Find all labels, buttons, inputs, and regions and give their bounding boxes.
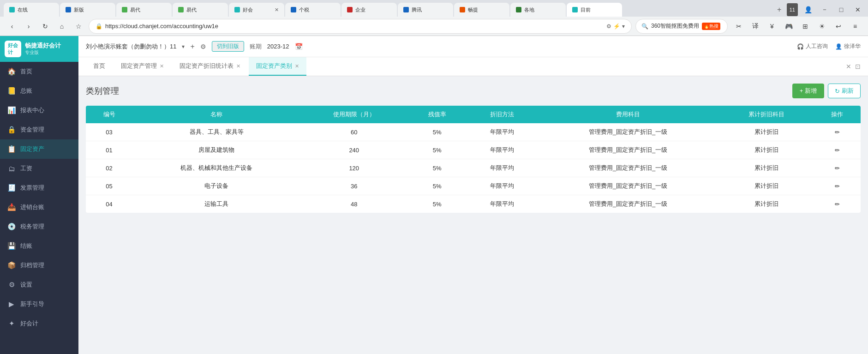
- tab-favicon-t11: [572, 7, 578, 12]
- brightness-button[interactable]: ☀: [814, 19, 829, 34]
- sub-tab-close-3[interactable]: ✕: [295, 63, 299, 69]
- dropdown-arrow[interactable]: ▾: [182, 43, 185, 50]
- sidebar-item-purchase-sale[interactable]: 📥 进销台账: [0, 198, 78, 217]
- sub-tab-1[interactable]: 固定资产管理 ✕: [114, 57, 171, 76]
- browser-tab-t11[interactable]: 目前: [567, 3, 622, 17]
- sidebar-item-settings[interactable]: ⚙ 设置: [0, 275, 78, 294]
- url-bar[interactable]: 🔒 https://cloud.chanjet.com/accounting/u…: [89, 19, 632, 34]
- sidebar-icon-archive: 📦: [7, 261, 16, 270]
- bookmark-button[interactable]: ☆: [72, 20, 85, 33]
- sidebar-item-tax[interactable]: 💿 税务管理: [0, 217, 78, 236]
- page-title: 类别管理: [86, 85, 119, 96]
- table-header-7: 操作: [814, 106, 861, 123]
- cell-residual-4: 5%: [407, 195, 466, 213]
- reload-button[interactable]: ↻: [39, 20, 52, 33]
- bookmark-star-icon[interactable]: ⚡: [613, 23, 620, 30]
- browser-tab-t8[interactable]: 腾讯: [398, 3, 453, 17]
- refresh-icon: ↻: [835, 88, 840, 95]
- sidebar-item-invoice[interactable]: 🧾 发票管理: [0, 178, 78, 198]
- browser-tab-t3[interactable]: 易代: [116, 3, 172, 17]
- table-header-0: 编号: [86, 106, 132, 123]
- cell-period-0: 60: [300, 123, 408, 141]
- profile-icon[interactable]: 👤: [802, 3, 814, 16]
- sidebar-item-funds[interactable]: 🔒 资金管理: [0, 120, 78, 139]
- games-button[interactable]: 🎮: [781, 19, 796, 34]
- undo-button[interactable]: ↩: [831, 19, 846, 34]
- new-tab-button[interactable]: +: [773, 3, 786, 16]
- browser-tab-t5[interactable]: 好会 ✕: [229, 3, 284, 17]
- cell-code-1: 01: [86, 141, 132, 159]
- sub-tab-close-1[interactable]: ✕: [160, 63, 164, 69]
- add-account-set[interactable]: +: [190, 42, 194, 51]
- table-row: 04运输工具485%年限平均管理费用_固定资产折旧_一级累计折旧✏: [86, 195, 861, 213]
- to-old-version-button[interactable]: 切到旧版: [212, 41, 244, 52]
- settings-gear-icon[interactable]: ⚙: [200, 43, 206, 50]
- browser-tab-t1[interactable]: 在线: [4, 3, 59, 17]
- tab-bar: 在线 新版 易代 易代 好会 ✕ 个税 企业 腾讯 畅提 各地: [0, 0, 868, 17]
- cell-action-3[interactable]: ✏: [814, 177, 861, 195]
- menu-button[interactable]: ≡: [848, 19, 862, 34]
- sidebar-label-invoice: 发票管理: [20, 184, 44, 192]
- browser-tab-t10[interactable]: 各地: [510, 3, 566, 17]
- sidebar-item-home[interactable]: 🏠 首页: [0, 62, 78, 81]
- search-text: 360智能抠图免费用: [651, 22, 699, 30]
- calendar-icon[interactable]: 📅: [295, 43, 303, 50]
- sidebar-icon-funds: 🔒: [7, 126, 16, 134]
- cell-residual-1: 5%: [407, 141, 466, 159]
- sub-tab-close-2[interactable]: ✕: [236, 63, 240, 69]
- logo-text-block: 畅捷通好会计 专业版: [25, 42, 61, 56]
- tab-close-t5[interactable]: ✕: [275, 7, 279, 13]
- refresh-button[interactable]: ↻ 刷新: [828, 84, 861, 98]
- cell-method-0: 年限平均: [467, 123, 538, 141]
- browser-tab-t9[interactable]: 畅提: [454, 3, 509, 17]
- sidebar-item-archive[interactable]: 📦 归档管理: [0, 256, 78, 275]
- sidebar-item-guide[interactable]: ▶ 新手引导: [0, 294, 78, 314]
- user-avatar[interactable]: 👤 徐泽华: [835, 42, 861, 50]
- table-head: 编号名称使用期限（月）残值率折旧方法费用科目累计折旧科目操作: [86, 106, 861, 123]
- restore-tab-icon[interactable]: ⊡: [855, 63, 861, 70]
- sub-tab-0[interactable]: 首页: [86, 57, 113, 76]
- dropdown-icon[interactable]: ▾: [622, 23, 625, 30]
- tab-count-badge[interactable]: 11: [787, 3, 798, 16]
- wallet-button[interactable]: ¥: [765, 19, 779, 34]
- site-settings-icon[interactable]: ⚙: [606, 23, 611, 30]
- url-text: https://cloud.chanjet.com/accounting/uw1…: [105, 23, 604, 30]
- browser-tab-t4[interactable]: 易代: [173, 3, 228, 17]
- forward-button[interactable]: ›: [22, 20, 35, 33]
- table-header-3: 残值率: [407, 106, 466, 123]
- scissors-button[interactable]: ✂: [731, 19, 746, 34]
- browser-tab-t2[interactable]: 新版: [60, 3, 115, 17]
- translate-button[interactable]: 译: [748, 19, 763, 34]
- maximize-button[interactable]: □: [835, 3, 848, 16]
- browser-tab-t6[interactable]: 个税: [285, 3, 341, 17]
- cell-period-4: 48: [300, 195, 408, 213]
- sidebar-item-more[interactable]: ✦ 好会计: [0, 314, 78, 333]
- close-window-button[interactable]: ✕: [851, 3, 864, 16]
- grid-button[interactable]: ⊞: [798, 19, 813, 34]
- sidebar-item-report[interactable]: 📊 报表中心: [0, 101, 78, 120]
- sidebar-item-fixed-assets[interactable]: 📋 固定资产: [0, 139, 78, 159]
- cell-method-1: 年限平均: [467, 141, 538, 159]
- cell-action-1[interactable]: ✏: [814, 141, 861, 159]
- cell-accumulated-3: 累计折旧: [719, 177, 814, 195]
- consult-button[interactable]: 🎧 人工咨询: [797, 42, 828, 50]
- table-body: 03器具、工具、家具等605%年限平均管理费用_固定资产折旧_一级累计折旧✏01…: [86, 123, 861, 213]
- sidebar-item-ledger[interactable]: 📒 总账: [0, 81, 78, 101]
- cell-action-2[interactable]: ✏: [814, 159, 861, 177]
- close-tab-icon[interactable]: ✕: [846, 63, 851, 70]
- sidebar-item-payroll[interactable]: 🗂 工资: [0, 159, 78, 178]
- cell-action-0[interactable]: ✏: [814, 123, 861, 141]
- cell-expense-4: 管理费用_固定资产折旧_一级: [537, 195, 718, 213]
- cell-action-4[interactable]: ✏: [814, 195, 861, 213]
- add-button[interactable]: + 新增: [792, 84, 824, 98]
- browser-tab-t7[interactable]: 企业: [341, 3, 397, 17]
- home-button[interactable]: ⌂: [55, 20, 68, 33]
- minimize-button[interactable]: －: [818, 3, 831, 16]
- cell-method-4: 年限平均: [467, 195, 538, 213]
- sub-tab-2[interactable]: 固定资产折旧统计表 ✕: [172, 57, 248, 76]
- search-bar[interactable]: 🔍 360智能抠图免费用 🔥热搜: [635, 19, 728, 34]
- back-button[interactable]: ‹: [6, 20, 18, 33]
- sidebar-label-guide: 新手引导: [20, 300, 44, 308]
- sub-tab-3[interactable]: 固定资产类别 ✕: [249, 57, 306, 76]
- sidebar-item-settle[interactable]: 💾 结账: [0, 236, 78, 256]
